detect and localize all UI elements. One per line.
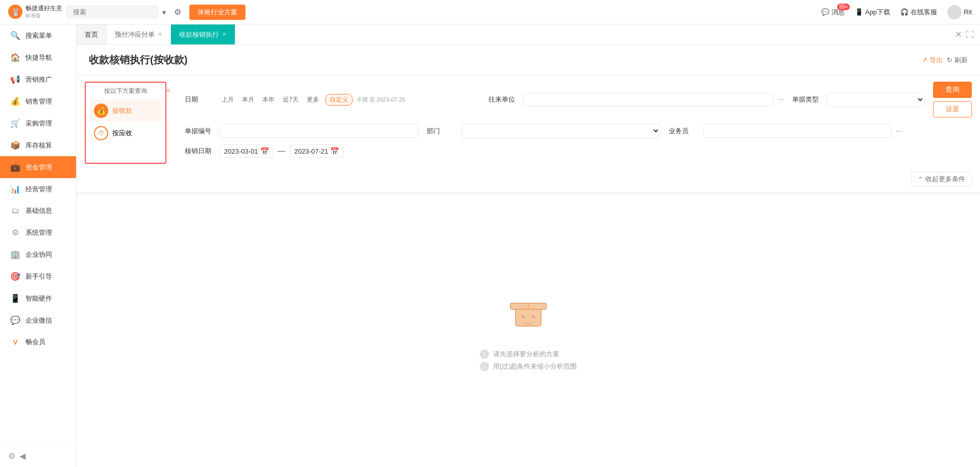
sidebar-label-finance: 资金管理 — [26, 163, 52, 172]
tab-prepay[interactable]: 预付冲应付单 ✕ — [107, 24, 171, 44]
top-bar-right: 💬 消息 99+ 📱 App下载 🎧 在线客服 Rit — [821, 5, 972, 19]
dept-field: 部门 — [427, 124, 660, 138]
refresh-button[interactable]: ↻ 刷新 — [947, 56, 968, 65]
date-btn-more[interactable]: 更多 — [305, 94, 321, 105]
logo: 🐰 畅捷通好生意 标准版 — [8, 5, 62, 19]
query-panel: 按以下方案查询 💰 按收款 ⏱ 按应收 « — [77, 76, 980, 170]
date-field: 日期 上月 本月 本年 近7天 更多 自定义 不限 至 2023-07-26 — [185, 94, 480, 106]
collapse-more-button[interactable]: ⌃ 收起更多条件 — [911, 172, 972, 186]
date-options: 上月 本月 本年 近7天 更多 自定义 不限 至 2023-07-26 — [219, 94, 405, 106]
query-option-receivable-label: 按应收 — [112, 129, 132, 138]
doc-num-input[interactable] — [219, 124, 419, 138]
date-btn-custom[interactable]: 自定义 — [325, 94, 353, 106]
sidebar-item-base[interactable]: 🗂 基础信息 — [0, 200, 76, 222]
counterpart-label: 往来单位 — [488, 95, 519, 104]
sidebar-label-search: 搜索菜单 — [26, 31, 52, 40]
empty-illustration — [503, 290, 554, 341]
writeoff-start-input[interactable]: 2023-03-01 📅 — [219, 144, 274, 158]
collapse-query-button[interactable]: « — [166, 76, 177, 170]
date-btn-this-year[interactable]: 本年 — [260, 94, 277, 105]
sidebar-item-operation[interactable]: 📊 经营管理 — [0, 178, 76, 200]
tab-close-all-icon[interactable]: ✕ — [955, 30, 962, 39]
sidebar-label-marketing: 营销推广 — [26, 75, 52, 84]
empty-tip-1: 1 请先选择要分析的方案 — [480, 350, 576, 359]
writeoff-end-input[interactable]: 2023-07-21 📅 — [290, 144, 344, 158]
sidebar-label-enterprise: 企业协同 — [26, 250, 52, 259]
query-panel-title: 按以下方案查询 — [90, 87, 161, 95]
settings-bottom-icon[interactable]: ⚙ — [8, 451, 15, 461]
sidebar-item-wechat[interactable]: 💬 企业微信 — [0, 309, 76, 331]
service-button[interactable]: 🎧 在线客服 — [900, 8, 937, 17]
gear-icon[interactable]: ⚙ — [174, 7, 181, 17]
message-button[interactable]: 💬 消息 99+ — [821, 8, 845, 17]
sidebar-label-member: 畅会员 — [26, 337, 45, 347]
sidebar-item-enterprise[interactable]: 🏢 企业协同 — [0, 243, 76, 265]
logo-text: 畅捷通好生意 标准版 — [26, 5, 62, 19]
export-button[interactable]: ↗ 导出 — [922, 56, 943, 65]
tab-bar: 首页 预付冲应付单 ✕ 收款核销执行 ✕ ✕ ⛶ — [77, 24, 980, 45]
logo-icon: 🐰 — [8, 5, 22, 19]
query-option-by-receipt[interactable]: 💰 按收款 — [90, 100, 161, 122]
sidebar-item-purchase[interactable]: 🛒 采购管理 — [0, 112, 76, 134]
counterpart-dots-button[interactable]: ··· — [777, 95, 784, 104]
receipt-icon: 💰 — [94, 104, 108, 118]
search-input[interactable] — [66, 6, 158, 18]
industry-button[interactable]: 休验行业方案 — [189, 5, 246, 20]
sidebar-item-hardware[interactable]: 📱 智能硬件 — [0, 287, 76, 309]
tab-receivable[interactable]: 收款核销执行 ✕ — [171, 24, 235, 44]
empty-tips: 1 请先选择要分析的方案 2 用[过滤]条件来缩小分析范围 — [480, 350, 576, 371]
date-btn-7days[interactable]: 近7天 — [281, 94, 301, 105]
sidebar-item-quick[interactable]: 🏠 快捷导航 — [0, 46, 76, 68]
chevron-up-icon: ⌃ — [918, 176, 923, 183]
sidebar-item-member[interactable]: V 畅会员 — [0, 331, 76, 353]
svg-point-4 — [532, 315, 535, 318]
settings-button[interactable]: 设置 — [933, 101, 972, 117]
sidebar-item-marketing[interactable]: 📢 营销推广 — [0, 68, 76, 90]
sidebar-item-guide[interactable]: 🎯 新手引导 — [0, 265, 76, 287]
sidebar-label-system: 系统管理 — [26, 228, 52, 237]
sidebar-item-system[interactable]: ⚙ 系统管理 — [0, 222, 76, 243]
writeoff-start-value: 2023-03-01 — [224, 148, 258, 155]
sidebar-collapse-button[interactable]: ◀ — [19, 451, 26, 461]
query-option-by-receivable[interactable]: ⏱ 按应收 — [90, 122, 161, 144]
staff-label: 业务员 — [669, 127, 699, 136]
sidebar-item-sales[interactable]: 💰 销售管理 — [0, 90, 76, 112]
page-header: 收款核销执行(按收款) ↗ 导出 ↻ 刷新 — [77, 45, 980, 76]
tab-home[interactable]: 首页 — [77, 24, 107, 44]
tab-prepay-close[interactable]: ✕ — [158, 31, 162, 38]
sidebar-label-sales: 销售管理 — [26, 97, 52, 106]
app-download-button[interactable]: 📱 App下载 — [855, 8, 890, 17]
counterpart-field: 往来单位 ··· — [488, 93, 784, 107]
top-bar: 🐰 畅捷通好生意 标准版 ▾ ⚙ 休验行业方案 💬 消息 99+ 📱 App下载… — [0, 0, 980, 24]
dropdown-icon[interactable]: ▾ — [162, 8, 166, 16]
counterpart-input[interactable] — [523, 93, 773, 107]
tab-expand-icon[interactable]: ⛶ — [966, 30, 974, 39]
avatar — [947, 5, 962, 19]
query-button[interactable]: 查询 — [933, 82, 972, 98]
inventory-icon: 📦 — [10, 140, 20, 150]
search-icon: 🔍 — [10, 31, 20, 40]
base-icon: 🗂 — [10, 206, 20, 215]
receivable-icon: ⏱ — [94, 126, 108, 140]
form-row-3: 核销日期 2023-03-01 📅 — 2023-07-21 📅 — [185, 144, 972, 158]
member-icon: V — [10, 338, 20, 346]
staff-dots-button[interactable]: ··· — [896, 127, 902, 136]
phone-icon: 📱 — [855, 8, 863, 16]
date-btn-last-month[interactable]: 上月 — [219, 94, 236, 105]
export-icon: ↗ — [922, 56, 927, 64]
staff-input[interactable] — [703, 124, 892, 138]
doc-type-label: 单据类型 — [792, 95, 823, 104]
doc-num-label: 单据编号 — [185, 127, 215, 136]
sidebar: 🔍 搜索菜单 🏠 快捷导航 📢 营销推广 💰 销售管理 🛒 采购管理 📦 库存核… — [0, 24, 77, 467]
date-range: 2023-03-01 📅 — 2023-07-21 📅 — [219, 144, 344, 158]
doc-type-select[interactable] — [827, 92, 925, 107]
sidebar-item-inventory[interactable]: 📦 库存核算 — [0, 134, 76, 156]
date-btn-this-month[interactable]: 本月 — [240, 94, 256, 105]
tab-receivable-close[interactable]: ✕ — [222, 31, 227, 38]
sidebar-item-finance[interactable]: 💼 资金管理 — [0, 156, 76, 178]
purchase-icon: 🛒 — [10, 118, 20, 128]
sidebar-item-search[interactable]: 🔍 搜索菜单 — [0, 24, 76, 46]
dept-select[interactable] — [461, 124, 660, 138]
user-avatar[interactable]: Rit — [947, 5, 972, 19]
sales-icon: 💰 — [10, 96, 20, 106]
